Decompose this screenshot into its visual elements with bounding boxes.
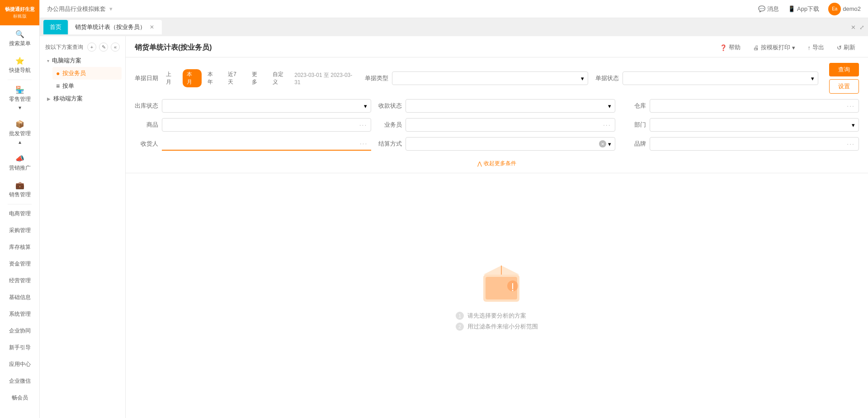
salesperson-dots[interactable]: ··· bbox=[603, 121, 611, 128]
empty-hints: 1 请先选择要分析的方案 2 用过滤条件来缩小分析范围 bbox=[456, 312, 538, 331]
salesperson-input[interactable]: ··· bbox=[406, 118, 615, 132]
receiver-input[interactable]: ··· bbox=[162, 137, 371, 151]
brand-input[interactable]: ··· bbox=[650, 137, 859, 151]
warehouse-dots[interactable]: ··· bbox=[847, 102, 855, 109]
message-btn[interactable]: 💬 消息 bbox=[758, 5, 779, 13]
tree-mobile-section[interactable]: ▶ 移动端方案 bbox=[43, 92, 122, 105]
tree-child-desktop: ● 按业务员 ≡ 按单 bbox=[43, 67, 122, 92]
empty-illustration bbox=[474, 261, 519, 306]
sidebar-item-appstore[interactable]: 应用中心 bbox=[0, 356, 39, 373]
sidebar-item-sales[interactable]: 💼 销售管理 bbox=[0, 176, 39, 203]
refresh-btn[interactable]: ↺ 刷新 bbox=[833, 42, 859, 53]
doc-status-label: 单据状态 bbox=[595, 74, 619, 82]
avatar: Ea bbox=[828, 3, 841, 15]
sidebar-label-enterprise: 企业协同 bbox=[9, 327, 31, 335]
top-title-dropdown[interactable]: ▾ bbox=[109, 5, 113, 12]
doc-type-input[interactable]: ▾ bbox=[392, 71, 588, 85]
collapse-btn[interactable]: ⋀ 收起更多条件 bbox=[477, 160, 516, 167]
doc-status-arrow: ▾ bbox=[811, 75, 814, 82]
date-btn-7days[interactable]: 近7天 bbox=[224, 69, 245, 87]
sidebar-item-basic[interactable]: 基础信息 bbox=[0, 289, 39, 306]
tree-item-by-order[interactable]: ≡ 按单 bbox=[52, 80, 122, 92]
receiver-dots[interactable]: ··· bbox=[360, 140, 368, 147]
date-btn-this-month[interactable]: 本月 bbox=[183, 69, 202, 87]
sidebar-item-wechat[interactable]: 企业微信 bbox=[0, 373, 39, 390]
sidebar-item-shortcut[interactable]: ⭐ 快捷导航 bbox=[0, 52, 39, 79]
date-btn-last-month[interactable]: 上月 bbox=[162, 69, 181, 87]
tab-sales-report[interactable]: 销货单统计表（按业务员） ✕ bbox=[69, 20, 162, 34]
logo-text: 畅捷通好生意 bbox=[5, 6, 35, 13]
warehouse-label: 仓库 bbox=[623, 102, 646, 110]
print-btn[interactable]: 🖨 按模板打印 ▾ bbox=[750, 42, 799, 53]
out-status-input[interactable]: ▾ bbox=[162, 99, 371, 113]
goods-input[interactable]: ··· bbox=[162, 118, 371, 132]
collapse-panel-btn[interactable]: « bbox=[111, 43, 120, 52]
filter-row-3: 商品 ··· 业务员 ··· 部门 bbox=[135, 118, 859, 132]
filter-brand: 品牌 ··· bbox=[623, 137, 859, 151]
close-window-icon[interactable]: ✕ bbox=[851, 24, 856, 31]
sales-icon: 💼 bbox=[15, 181, 24, 190]
sidebar-item-purchase[interactable]: 采购管理 bbox=[0, 222, 39, 239]
tab-close-icon[interactable]: ✕ bbox=[148, 24, 156, 31]
sidebar-item-newbie[interactable]: 新手引导 bbox=[0, 339, 39, 356]
tab-home[interactable]: 首页 bbox=[43, 20, 68, 34]
sidebar-item-system[interactable]: 系统管理 bbox=[0, 306, 39, 323]
date-btn-this-year[interactable]: 本年 bbox=[203, 69, 222, 87]
export-btn[interactable]: ↑ 导出 bbox=[804, 42, 828, 53]
tree-item-by-salesperson[interactable]: ● 按业务员 bbox=[52, 67, 122, 80]
sidebar-label-shortcut: 快捷导航 bbox=[9, 66, 31, 74]
salesperson-icon: ● bbox=[56, 70, 60, 77]
sidebar-item-wholesale[interactable]: 📦 批发管理 ▴ bbox=[0, 115, 39, 150]
tree-arrow-desktop: ▾ bbox=[47, 58, 49, 63]
brand-dots[interactable]: ··· bbox=[847, 140, 855, 147]
export-label: 导出 bbox=[812, 43, 824, 52]
sidebar-item-finance[interactable]: 资金管理 bbox=[0, 256, 39, 272]
sidebar-item-member[interactable]: 畅会员 bbox=[0, 390, 39, 406]
tree-arrow-mobile: ▶ bbox=[47, 96, 51, 101]
sidebar-item-operation[interactable]: 经营管理 bbox=[0, 272, 39, 289]
query-button[interactable]: 查询 bbox=[829, 63, 859, 76]
help-label: 帮助 bbox=[729, 43, 741, 52]
settlement-input[interactable]: ✕ ▾ bbox=[406, 137, 615, 151]
tree-label-by-order: 按单 bbox=[62, 82, 74, 90]
star-icon: ⭐ bbox=[15, 57, 24, 65]
receive-status-input[interactable]: ▾ bbox=[406, 99, 615, 113]
sidebar-label-newbie: 新手引导 bbox=[9, 344, 31, 352]
marketing-icon: 📣 bbox=[15, 154, 24, 163]
hint-text-1: 请先选择要分析的方案 bbox=[467, 312, 526, 320]
sidebar-label-inventory: 库存核算 bbox=[9, 243, 31, 251]
empty-hint-1: 1 请先选择要分析的方案 bbox=[456, 312, 538, 320]
doc-status-input[interactable]: ▾ bbox=[623, 71, 818, 85]
receiver-label: 收货人 bbox=[135, 140, 158, 148]
help-btn[interactable]: ❓ 帮助 bbox=[716, 42, 744, 53]
user-area[interactable]: Ea demo2 bbox=[828, 3, 861, 15]
warehouse-input[interactable]: ··· bbox=[650, 99, 859, 113]
sidebar-item-marketing[interactable]: 📣 营销推广 bbox=[0, 150, 39, 176]
sidebar-item-search[interactable]: 🔍 搜索菜单 bbox=[0, 25, 39, 52]
goods-dots[interactable]: ··· bbox=[359, 121, 368, 128]
date-label: 单据日期 bbox=[135, 74, 158, 82]
order-icon: ≡ bbox=[56, 82, 60, 90]
maximize-btn: ✕ ⤢ bbox=[851, 24, 864, 31]
sidebar-item-inventory[interactable]: 库存核算 bbox=[0, 239, 39, 256]
hint-num-2: 2 bbox=[456, 323, 464, 331]
app-download-label: App下载 bbox=[797, 5, 819, 13]
retail-icon: 🏪 bbox=[15, 86, 24, 94]
date-btn-custom[interactable]: 自定义 bbox=[269, 69, 293, 87]
refresh-icon: ↺ bbox=[837, 44, 842, 51]
add-scheme-btn[interactable]: + bbox=[87, 43, 96, 52]
filter-date: 单据日期 上月 本月 本年 近7天 更多 自定义 2023-03-01 至 20… bbox=[135, 69, 358, 87]
maximize-icon[interactable]: ⤢ bbox=[859, 24, 864, 31]
department-input[interactable]: ▾ bbox=[650, 118, 859, 132]
sidebar-item-enterprise[interactable]: 企业协同 bbox=[0, 323, 39, 339]
settings-button[interactable]: 设置 bbox=[829, 79, 859, 94]
sidebar-item-ecommerce[interactable]: 电商管理 bbox=[0, 205, 39, 222]
app-download-btn[interactable]: 📱 App下载 bbox=[788, 5, 819, 13]
date-btn-more[interactable]: 更多 bbox=[248, 69, 267, 87]
tree-desktop-section[interactable]: ▾ 电脑端方案 bbox=[43, 54, 122, 67]
sidebar-label-ecommerce: 电商管理 bbox=[9, 210, 31, 218]
page-title: 销货单统计表(按业务员) bbox=[135, 43, 212, 52]
edit-scheme-btn[interactable]: ✎ bbox=[99, 43, 108, 52]
sidebar-item-retail[interactable]: 🏪 零售管理 ▾ bbox=[0, 81, 39, 115]
settlement-clear-btn[interactable]: ✕ bbox=[599, 140, 606, 147]
